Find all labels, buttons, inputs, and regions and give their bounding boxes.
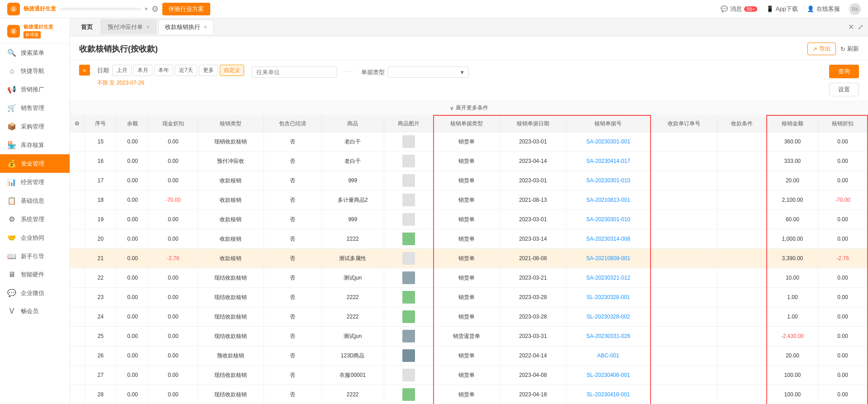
date-btn-7days[interactable]: 近7天	[175, 65, 197, 76]
goods-img-photo2	[402, 349, 415, 362]
app-download-group[interactable]: 📱 App下载	[766, 5, 798, 13]
td-balance: 0.00	[117, 268, 149, 288]
sidebar-item-wechat[interactable]: 💬 企业微信	[0, 284, 70, 302]
tab-home[interactable]: 首页	[75, 20, 99, 34]
tab-prepay[interactable]: 预付冲应付单 ×	[101, 19, 156, 34]
td-writeoff-discount: 0.00	[818, 171, 868, 190]
sidebar-item-inventory[interactable]: 🏪 库存核算	[0, 136, 70, 154]
dropdown-icon[interactable]: ▾	[145, 5, 148, 12]
industry-button[interactable]: 休验行业方案	[162, 3, 210, 15]
settings-gear-icon[interactable]: ⚙	[151, 4, 159, 14]
td-bill-date: 2023-03-01	[500, 132, 566, 152]
td-bill-no: SL-20230328-001	[566, 288, 651, 307]
export-label: 导出	[819, 45, 831, 53]
bill-no-link[interactable]: SA-20210808-001	[586, 255, 630, 261]
sidebar-item-basic[interactable]: 📋 基础信息	[0, 191, 70, 210]
sidebar-label-guide: 新手引导	[21, 252, 44, 261]
bill-no-link[interactable]: SA-20230301-010	[586, 177, 630, 184]
sidebar-item-shortcut[interactable]: ⌂ 快捷导航	[0, 62, 70, 80]
sidebar-label-search: 搜索菜单	[21, 49, 44, 57]
query-button[interactable]: 查询	[829, 65, 859, 78]
td-gear	[70, 190, 85, 210]
sidebar-item-enterprise[interactable]: 🤝 企业协同	[0, 228, 70, 247]
tab-home-label: 首页	[81, 23, 93, 31]
td-goods-img	[384, 249, 433, 268]
td-bill-type: 销货单	[434, 385, 500, 404]
goods-img-empty	[402, 252, 415, 265]
sidebar-item-member[interactable]: V 畅会员	[0, 302, 70, 320]
sidebar-label-sales: 销售管理	[21, 104, 44, 112]
tab-writeoff[interactable]: 收款核销执行 ×	[158, 19, 214, 34]
settings-button[interactable]: 设置	[829, 83, 859, 96]
from-unit-input[interactable]	[251, 67, 337, 78]
th-gear[interactable]: ⚙	[70, 115, 85, 132]
export-button[interactable]: ↗ 导出	[807, 43, 836, 55]
td-bill-type: 销货单	[434, 268, 500, 288]
bill-no-link[interactable]: SA-20210813-001	[586, 197, 630, 203]
message-group[interactable]: 💬 消息 99+	[721, 5, 757, 13]
sidebar-item-guide[interactable]: 📖 新手引导	[0, 247, 70, 266]
sidebar-item-operations[interactable]: 📊 经营管理	[0, 173, 70, 191]
avatar[interactable]: Rit	[849, 3, 861, 15]
th-bill-type: 核销单据类型	[434, 115, 500, 132]
td-included-cleared: 否	[264, 288, 322, 307]
close-window-icon[interactable]: ✕	[848, 23, 854, 31]
tab-prepay-close-icon[interactable]: ×	[146, 24, 150, 30]
td-cash-discount: 0.00	[149, 210, 198, 229]
expand-window-icon[interactable]: ⤢	[858, 23, 863, 31]
sidebar-item-system[interactable]: ⚙ 系统管理	[0, 210, 70, 228]
wechat-icon: 💬	[7, 289, 16, 297]
date-btn-custom[interactable]: 自定义	[220, 65, 244, 76]
td-receipt-order-no	[651, 210, 717, 229]
th-receipt-order-no: 收款单订单号	[651, 115, 717, 132]
bill-no-link[interactable]: SA-20230301-001	[586, 138, 630, 145]
sidebar-item-hardware[interactable]: 🖥 智能硬件	[0, 266, 70, 284]
td-writeoff-discount: 0.00	[818, 268, 868, 288]
address-bar[interactable]	[60, 8, 141, 10]
header-actions: ↗ 导出 ↻ 刷新	[807, 43, 859, 55]
receipt-type-select[interactable]: ▾	[387, 67, 469, 78]
td-seq: 19	[85, 210, 117, 229]
date-btn-this-month[interactable]: 本月	[133, 65, 152, 76]
sidebar-item-sales[interactable]: 🛒 销售管理	[0, 99, 70, 117]
bill-no-link[interactable]: SA-20230301-010	[586, 216, 630, 223]
sidebar-label-system: 系统管理	[21, 215, 44, 223]
bill-no-link[interactable]: SA-20230321-012	[586, 275, 630, 281]
date-btn-more[interactable]: 更多	[199, 65, 218, 76]
sidebar-item-search[interactable]: 🔍 搜索菜单	[0, 43, 70, 62]
sidebar-logo: 6 畅捷通好生意 标准版	[0, 18, 70, 43]
bill-no-link[interactable]: SL-20230418-001	[586, 391, 630, 398]
tab-writeoff-close-icon[interactable]: ×	[204, 24, 207, 30]
sidebar-item-purchase[interactable]: 📦 采购管理	[0, 117, 70, 136]
td-balance: 0.00	[117, 327, 149, 346]
td-cash-discount: 0.00	[149, 346, 198, 366]
sidebar-item-marketing[interactable]: 📢 营销推广	[0, 80, 70, 99]
bill-no-link[interactable]: SA-20230314-008	[586, 236, 630, 242]
bill-no-link[interactable]: SL-20230328-001	[586, 294, 630, 300]
expand-more-btn[interactable]: ∨ 展开更多条件	[450, 104, 488, 112]
filter-expand-arrow[interactable]: »	[79, 65, 90, 76]
td-included-cleared: 否	[264, 249, 322, 268]
date-btn-last-month[interactable]: 上月	[113, 65, 132, 76]
th-balance: 余额	[117, 115, 149, 132]
td-bill-no: SA-20210808-001	[566, 249, 651, 268]
bill-no-link[interactable]: SA-20230414-017	[586, 158, 630, 164]
td-writeoff-type: 现结收款核销	[198, 288, 264, 307]
search-icon: 🔍	[7, 48, 16, 57]
refresh-button[interactable]: ↻ 刷新	[840, 45, 859, 53]
td-gear	[70, 268, 85, 288]
sidebar-item-finance[interactable]: 💰 资金管理	[0, 154, 70, 173]
bill-no-link[interactable]: SL-20230328-002	[586, 314, 630, 320]
filter-dots: ···	[344, 67, 354, 76]
date-btn-this-year[interactable]: 本年	[154, 65, 173, 76]
td-gear	[70, 152, 85, 171]
bill-no-link[interactable]: SL-20230408-001	[586, 372, 630, 378]
service-group[interactable]: 👤 在线客服	[807, 5, 840, 13]
td-writeoff-type: 收款核销	[198, 171, 264, 190]
td-bill-no: SL-20230418-001	[566, 385, 651, 404]
bill-no-link[interactable]: ABC-001	[597, 352, 619, 359]
td-receipt-condition	[717, 385, 766, 404]
table-row: 22 0.00 0.00 现结收款核销 否 测试jun 销货单 2023-03-…	[70, 268, 868, 288]
bill-no-link[interactable]: SA-20230331-026	[586, 333, 630, 339]
sidebar-logo-name: 畅捷通好生意	[24, 24, 53, 30]
